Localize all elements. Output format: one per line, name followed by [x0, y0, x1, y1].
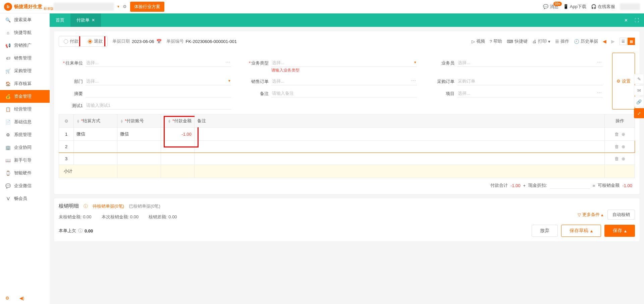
biz-type-input[interactable]	[271, 59, 417, 67]
float-inbox-icon[interactable]: ✉	[634, 85, 644, 95]
discount-input[interactable]	[550, 182, 590, 189]
sale-order-input[interactable]	[271, 77, 417, 85]
close-icon[interactable]: ✕	[92, 18, 95, 23]
col-gear[interactable]: ⚙	[59, 115, 74, 128]
view-form-button[interactable]: ▦	[628, 38, 635, 45]
radio-payment[interactable]: 付款	[59, 36, 83, 46]
remark-input[interactable]	[271, 89, 417, 97]
clerk-input[interactable]	[457, 59, 603, 67]
cell-remark[interactable]	[195, 141, 605, 153]
gear-icon[interactable]: ⚙	[123, 4, 127, 9]
add-row-icon[interactable]: ⊕	[622, 156, 625, 161]
table-row[interactable]: 1微信微信-1.00🗑⊕	[59, 128, 635, 141]
sidebar-item[interactable]: 🏷销售管理	[0, 52, 50, 64]
col-remark[interactable]: 备注	[195, 115, 605, 128]
purchase-order-input[interactable]	[457, 77, 603, 85]
trial-button[interactable]: 体验行业方案	[130, 2, 164, 12]
float-note-icon[interactable]: ✎	[634, 74, 644, 84]
settings-button[interactable]: ⚙设置	[612, 53, 635, 110]
tab[interactable]: 付款单✕	[70, 13, 101, 27]
cell-method[interactable]: 微信	[74, 128, 117, 141]
sidebar-item[interactable]: 🔍搜索菜单	[0, 13, 50, 26]
cell-amount[interactable]: -1.00	[161, 128, 195, 141]
cell-amount[interactable]	[161, 141, 195, 153]
more-icon[interactable]: ⋯	[597, 59, 602, 65]
discard-button[interactable]: 放弃	[532, 225, 558, 237]
fullscreen-icon[interactable]: ⛶	[633, 16, 641, 24]
auto-verify-button[interactable]: 自动核销	[607, 210, 635, 220]
cell-method[interactable]	[74, 153, 117, 165]
help-link[interactable]: ?帮助	[490, 38, 502, 44]
verify-tab-done[interactable]: 已核销单据(0笔)	[129, 203, 160, 209]
shortcut-link[interactable]: ⌨快捷键	[507, 38, 528, 44]
sidebar-item[interactable]: 📢营销推广	[0, 39, 50, 52]
prev-doc-icon[interactable]: ◀	[603, 39, 606, 44]
close-all-icon[interactable]: ✕	[622, 16, 630, 24]
video-link[interactable]: ▷视频	[472, 38, 485, 44]
sidebar-item[interactable]: 📖新手引导	[0, 154, 50, 167]
info-icon[interactable]: ⓘ	[84, 203, 88, 209]
print-link[interactable]: 🖨打印▾	[532, 38, 550, 44]
summary-input[interactable]	[86, 89, 231, 97]
tab[interactable]: 首页	[50, 13, 70, 27]
sidebar-item[interactable]: ⌂快捷导航	[0, 26, 50, 39]
save-button[interactable]: 保存▴	[604, 225, 635, 237]
table-row[interactable]: 2🗑⊕	[59, 141, 635, 153]
service-link[interactable]: 🎧 在线客服	[591, 4, 615, 10]
table-row[interactable]: 3🗑⊕	[59, 153, 635, 165]
sidebar-item[interactable]: 📋经营管理	[0, 103, 50, 116]
sidebar-item[interactable]: 🏠库存核算	[0, 77, 50, 90]
partner-input[interactable]	[86, 59, 231, 67]
cell-method[interactable]	[74, 141, 117, 153]
sidebar-item[interactable]: ⌚智能硬件	[0, 167, 50, 179]
add-row-icon[interactable]: ⊕	[622, 132, 625, 137]
col-method[interactable]: ▲▼*结算方式	[74, 115, 117, 128]
radio-refund[interactable]: 退款	[83, 36, 107, 46]
sidebar-item[interactable]: 💰资金管理	[0, 90, 50, 103]
more-icon[interactable]: ⋯	[225, 59, 230, 65]
chevron-down-icon[interactable]: ▾	[117, 4, 119, 9]
delete-icon[interactable]: 🗑	[614, 156, 619, 161]
verify-tab-pending[interactable]: 待核销单据(0笔)	[93, 203, 124, 209]
cell-account[interactable]: 微信	[117, 128, 161, 141]
view-list-button[interactable]: ☰	[620, 38, 627, 45]
chevron-down-icon[interactable]: ▾	[228, 79, 230, 83]
float-expand-icon[interactable]: ⤢	[634, 108, 644, 118]
ops-link[interactable]: ☰操作	[555, 38, 569, 44]
sidebar-item[interactable]: 🛒采购管理	[0, 64, 50, 77]
cell-remark[interactable]	[195, 153, 605, 165]
save-draft-button[interactable]: 保存草稿▴	[561, 225, 601, 237]
test1-input[interactable]	[86, 101, 231, 110]
calendar-icon[interactable]: 📅	[156, 39, 162, 44]
history-link[interactable]: 🕘历史单据	[574, 38, 598, 44]
more-conditions-link[interactable]: ▽更多条件▴	[578, 212, 603, 218]
settings-icon[interactable]: ⚙	[5, 296, 9, 301]
help-icon[interactable]: ⓘ	[78, 228, 83, 234]
more-icon[interactable]: ⋯	[597, 90, 602, 95]
sidebar-item[interactable]: 💬企业微信	[0, 179, 50, 192]
add-row-icon[interactable]: ⊕	[622, 144, 625, 149]
dept-input[interactable]	[86, 77, 231, 85]
cell-account[interactable]	[117, 153, 161, 165]
cell-account[interactable]	[117, 141, 161, 153]
more-icon[interactable]: ⋯	[411, 78, 416, 83]
next-doc-icon[interactable]: ▶	[611, 39, 615, 44]
messages-link[interactable]: 💬 消息 99+	[543, 4, 558, 10]
sidebar-item[interactable]: ⚙系统管理	[0, 128, 50, 141]
doc-date-value[interactable]: 2023-06-06	[132, 39, 154, 44]
user-menu[interactable]	[620, 3, 640, 10]
sidebar-item[interactable]: Ⅴ畅会员	[0, 192, 50, 205]
sidebar-item[interactable]: 🏢企业协同	[0, 141, 50, 154]
col-account[interactable]: ▲▼*付款账号	[117, 115, 161, 128]
chevron-down-icon[interactable]: ▾	[414, 60, 416, 64]
delete-icon[interactable]: 🗑	[614, 144, 619, 149]
app-download-link[interactable]: 📱 App下载	[563, 4, 586, 10]
col-amount[interactable]: ▲▼*付款金额	[161, 115, 195, 128]
cell-amount[interactable]	[161, 153, 195, 165]
delete-icon[interactable]: 🗑	[614, 132, 619, 137]
float-attach-icon[interactable]: 🔗	[634, 97, 644, 107]
tenant-selector[interactable]	[54, 3, 114, 11]
sidebar-item[interactable]: 📄基础信息	[0, 116, 50, 128]
collapse-icon[interactable]: ◀)	[19, 296, 24, 301]
project-input[interactable]	[457, 89, 603, 97]
